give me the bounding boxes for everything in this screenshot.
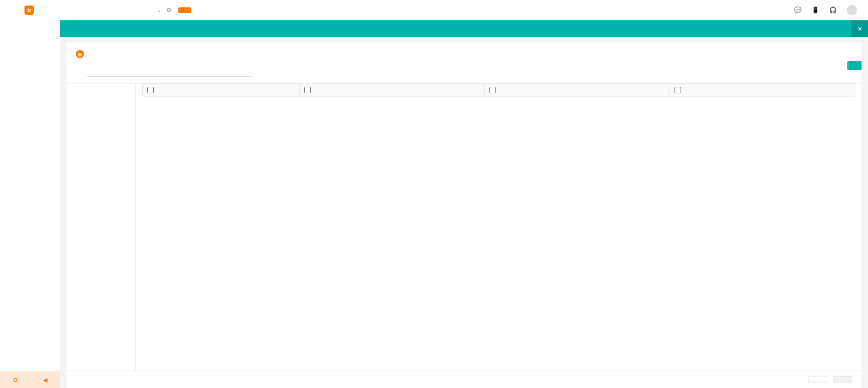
edition-select[interactable]: ⌄ <box>69 4 162 17</box>
header-view-checkbox[interactable] <box>489 87 496 93</box>
header-operate-checkbox[interactable] <box>304 87 311 93</box>
gear-icon[interactable]: ⚙ <box>166 6 172 13</box>
header-right: 💬 📱 🎧 <box>794 5 868 15</box>
support-link[interactable]: 🎧 <box>829 6 838 13</box>
industry-plan-button[interactable] <box>178 7 191 13</box>
table-wrap <box>136 84 862 370</box>
module-list <box>66 84 136 370</box>
left-nav: ⚙ ◀ <box>0 20 60 388</box>
logo-area: b <box>0 6 60 15</box>
app-download-link[interactable]: 📱 <box>812 6 821 13</box>
chevron-down-icon: ⌄ <box>157 7 162 13</box>
collapse-icon[interactable]: ◀ <box>43 376 48 383</box>
header-modify-checkbox[interactable] <box>675 87 681 93</box>
message-icon: 💬 <box>794 6 802 13</box>
header-module-checkbox[interactable] <box>147 87 154 93</box>
tabbar: ✕ <box>60 20 868 37</box>
name-input[interactable] <box>87 66 253 77</box>
message-link[interactable]: 💬 <box>794 6 803 13</box>
name-row <box>66 62 862 83</box>
footer-bar <box>66 370 862 388</box>
content-area: ✕ ◉ <box>60 20 868 388</box>
page-head: ◉ <box>66 42 862 62</box>
fullscreen-tip[interactable] <box>847 61 862 70</box>
cancel-button[interactable] <box>808 376 827 382</box>
user-menu[interactable] <box>847 5 859 15</box>
phone-icon: 📱 <box>812 6 819 13</box>
permission-table <box>142 84 855 97</box>
avatar <box>847 5 857 15</box>
save-button[interactable] <box>833 376 852 382</box>
close-all-tabs[interactable]: ✕ <box>851 20 868 37</box>
settings-icon[interactable]: ⚙ <box>12 376 18 383</box>
headset-icon: 🎧 <box>829 6 837 13</box>
panel: ◉ <box>66 42 862 388</box>
permission-body <box>66 84 862 370</box>
role-icon: ◉ <box>76 50 84 58</box>
nav-footer: ⚙ ◀ <box>0 371 60 388</box>
logo-icon: b <box>24 6 34 15</box>
top-header: b ⌄ ⚙ 💬 📱 🎧 <box>0 0 868 20</box>
